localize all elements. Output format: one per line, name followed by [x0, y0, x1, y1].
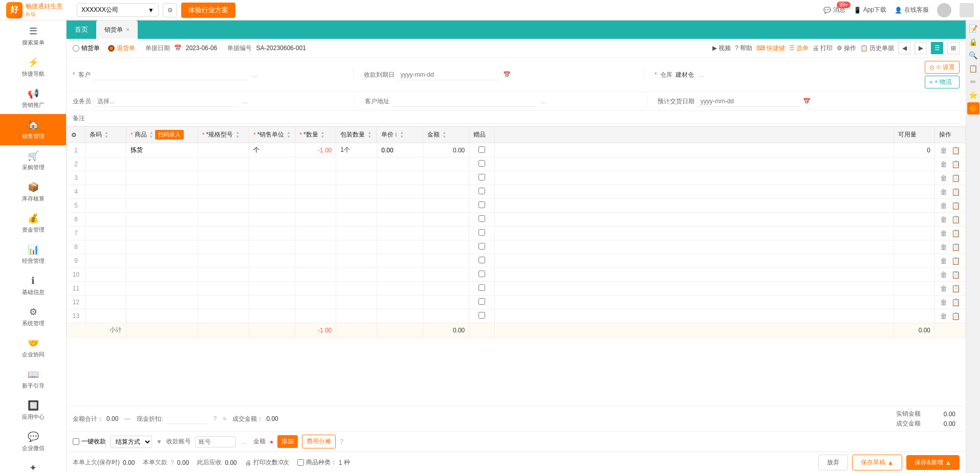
next-btn[interactable]: ▶ [914, 42, 927, 54]
one-click-payment[interactable]: 一键收款 [73, 437, 106, 446]
row-spec[interactable] [198, 143, 249, 157]
sidebar-item-wechat[interactable]: 💬 企业微信 [0, 426, 66, 457]
row-spec[interactable] [198, 309, 249, 323]
row-qty[interactable] [295, 309, 336, 323]
sidebar-item-marketing[interactable]: 📢 营销推广 [0, 83, 66, 114]
row-spec[interactable] [198, 199, 249, 213]
settings-icon[interactable]: ⚙ [163, 3, 177, 17]
sidebar-item-enterprise[interactable]: 🤝 企业协同 [0, 332, 66, 364]
row-delete-icon[interactable]: 🗑 [939, 215, 948, 223]
row-price[interactable] [377, 268, 423, 282]
sidebar-item-system[interactable]: ⚙ 系统管理 [0, 301, 66, 332]
row-barcode[interactable] [85, 171, 126, 185]
row-gift[interactable] [469, 227, 495, 240]
account-input[interactable] [195, 436, 236, 447]
row-qty[interactable] [295, 143, 336, 157]
row-gift[interactable] [469, 199, 495, 213]
price-info-icon[interactable]: ℹ [395, 132, 397, 138]
customer-dots[interactable]: ... [250, 71, 259, 78]
sidebar-item-finance[interactable]: 💰 资金管理 [0, 208, 66, 239]
abandon-button[interactable]: 放弃 [818, 455, 848, 470]
row-barcode[interactable] [85, 213, 126, 227]
save-new-dropdown-icon[interactable]: ▲ [945, 459, 951, 466]
row-unit[interactable] [249, 296, 295, 309]
row-delete-icon[interactable]: 🗑 [939, 257, 948, 265]
user-menu[interactable] [960, 3, 974, 17]
right-panel-btn-1[interactable]: 📝 [967, 22, 979, 35]
tab-close-icon[interactable]: × [126, 26, 129, 33]
row-copy-icon[interactable]: 📋 [950, 243, 961, 251]
row-delete-icon[interactable]: 🗑 [939, 312, 948, 320]
row-product[interactable] [126, 254, 198, 268]
row-spec[interactable] [198, 282, 249, 296]
row-copy-icon[interactable]: 📋 [950, 188, 961, 196]
row-copy-icon[interactable]: 📋 [950, 257, 961, 265]
row-copy-icon[interactable]: 📋 [950, 215, 961, 223]
table-gear-icon[interactable]: ⚙ [71, 131, 77, 139]
row-spec[interactable] [198, 185, 249, 199]
owe-help-icon[interactable]: ? [170, 459, 174, 466]
product-type-checkbox[interactable] [297, 459, 304, 466]
row-gift[interactable] [469, 254, 495, 268]
row-price[interactable] [377, 254, 423, 268]
salesperson-input[interactable] [94, 96, 237, 107]
row-spec[interactable] [198, 213, 249, 227]
row-copy-icon[interactable]: 📋 [950, 298, 961, 306]
expected-date-calendar-icon[interactable]: 📅 [803, 98, 811, 105]
row-unit[interactable] [249, 282, 295, 296]
remarks-input[interactable] [88, 113, 960, 124]
help-btn[interactable]: ? 帮助 [735, 44, 752, 53]
row-price[interactable] [377, 296, 423, 309]
print-btn[interactable]: 🖨 打印 [813, 44, 833, 53]
row-unit[interactable] [249, 199, 295, 213]
row-product[interactable] [126, 296, 198, 309]
row-unit[interactable] [249, 157, 295, 171]
row-gift[interactable] [469, 240, 495, 254]
salesperson-dots[interactable]: ... [241, 98, 250, 105]
row-barcode[interactable] [85, 143, 126, 157]
warehouse-dots[interactable]: ... [697, 71, 706, 78]
row-price[interactable] [377, 143, 423, 157]
try-button[interactable]: 体验行业方案 [181, 3, 235, 18]
row-product[interactable] [126, 143, 198, 157]
customer-input[interactable] [94, 70, 247, 80]
due-date-calendar-icon[interactable]: 📅 [503, 71, 511, 78]
row-unit[interactable] [249, 213, 295, 227]
sidebar-item-search[interactable]: ☰ 搜索菜单 [0, 20, 66, 52]
row-price[interactable] [377, 240, 423, 254]
row-copy-icon[interactable]: 📋 [950, 284, 961, 292]
sidebar-item-inventory[interactable]: 📦 库存核算 [0, 176, 66, 208]
online-service-button[interactable]: 👤 在线客服 [895, 6, 929, 14]
row-copy-icon[interactable]: 📋 [950, 201, 961, 210]
expense-button[interactable]: 费用分摊 [302, 435, 336, 448]
right-panel-btn-6[interactable]: ⭐ [967, 89, 979, 101]
right-panel-btn-3[interactable]: 🔍 [967, 49, 979, 61]
sidebar-item-quick-nav[interactable]: ⚡ 快捷导航 [0, 52, 66, 83]
row-product[interactable] [126, 199, 198, 213]
row-spec[interactable] [198, 157, 249, 171]
question-icon[interactable]: ? [213, 415, 217, 422]
row-price[interactable] [377, 157, 423, 171]
expected-date-input[interactable] [698, 96, 800, 107]
row-product[interactable] [126, 171, 198, 185]
due-date-input[interactable] [398, 70, 500, 80]
row-price[interactable] [377, 309, 423, 323]
payment-method-select[interactable]: 结算方式 [110, 436, 152, 448]
row-unit[interactable] [249, 185, 295, 199]
row-spec[interactable] [198, 254, 249, 268]
sidebar-item-sales[interactable]: 🏠 销售管理 [0, 114, 66, 145]
row-price[interactable] [377, 282, 423, 296]
calendar-icon[interactable]: 📅 [174, 44, 182, 52]
app-download-button[interactable]: 📱 App下载 [854, 6, 886, 14]
row-gift[interactable] [469, 171, 495, 185]
row-delete-icon[interactable]: 🗑 [939, 201, 948, 210]
row-spec[interactable] [198, 171, 249, 185]
row-spec[interactable] [198, 296, 249, 309]
row-spec[interactable] [198, 240, 249, 254]
row-gift[interactable] [469, 143, 495, 157]
save-draft-button[interactable]: 保存草稿 ▲ [852, 455, 902, 470]
tab-home[interactable]: 首页 [67, 20, 96, 39]
row-gift[interactable] [469, 213, 495, 227]
row-delete-icon[interactable]: 🗑 [939, 243, 948, 251]
row-qty[interactable] [295, 282, 336, 296]
